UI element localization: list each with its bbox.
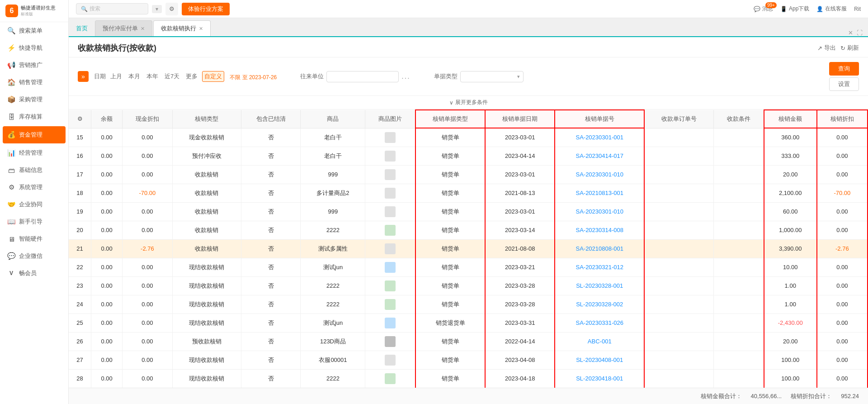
sidebar-item-bizmgr[interactable]: 📊 经营管理 — [0, 144, 68, 162]
row-product: 多计量商品2 — [301, 184, 365, 202]
user-name[interactable]: Rit — [854, 6, 861, 12]
date-more[interactable]: 更多 — [184, 71, 199, 81]
sidebar-item-search[interactable]: 🔍 搜索菜单 — [0, 22, 68, 39]
sidebar-item-hardware[interactable]: 🖥 智能硬件 — [0, 230, 68, 247]
sidebar-item-label: 系统管理 — [19, 183, 42, 191]
row-write-off-doc-no[interactable]: SA-20230321-012 — [555, 258, 644, 276]
row-write-off-doc-no[interactable]: SL-20230328-001 — [555, 276, 644, 295]
filter-expand-button[interactable]: » — [78, 71, 89, 82]
row-balance: 0.00 — [91, 239, 123, 258]
topbar-search-box[interactable]: 🔍 搜索 — [76, 3, 148, 14]
table-row: 20 0.00 0.00 收款核销 否 2222 销货单 2023-03-14 … — [69, 221, 868, 239]
col-settings[interactable]: ⚙ — [69, 110, 91, 128]
row-product: 老白干 — [301, 147, 365, 165]
row-write-off-doc-no[interactable]: SA-20230414-017 — [555, 147, 644, 165]
row-write-off-discount: 0.00 — [817, 258, 868, 276]
col-write-off-type: 核销类型 — [172, 110, 241, 128]
row-write-off-type: 现结收款核销 — [172, 258, 241, 276]
row-balance: 0.00 — [91, 332, 123, 351]
row-cash-discount: 0.00 — [123, 314, 173, 332]
sidebar-item-guide[interactable]: 📖 新手引导 — [0, 213, 68, 230]
export-button[interactable]: ↗ 导出 — [817, 44, 836, 52]
row-cash-discount: 0.00 — [123, 258, 173, 276]
row-include-settled: 否 — [241, 314, 300, 332]
sidebar-item-purchase[interactable]: 📦 采购管理 — [0, 91, 68, 108]
sidebar-item-member[interactable]: V 畅会员 — [0, 265, 68, 282]
row-balance: 0.00 — [91, 184, 123, 202]
row-write-off-doc-no[interactable]: SA-20230301-010 — [555, 165, 644, 184]
query-button[interactable]: 查询 — [829, 62, 859, 76]
sidebar-item-marketing[interactable]: 📢 营销推广 — [0, 57, 68, 74]
row-write-off-doc-type: 销货单 — [415, 165, 485, 184]
row-write-off-doc-no[interactable]: ABC-001 — [555, 332, 644, 351]
row-include-settled: 否 — [241, 165, 300, 184]
row-write-off-amount: 20.00 — [764, 165, 817, 184]
topbar-gear-icon[interactable]: ⚙ — [165, 3, 178, 15]
row-product: 测试jun — [301, 314, 365, 332]
date-this-month[interactable]: 本月 — [127, 71, 142, 81]
row-write-off-doc-no[interactable]: SA-20210813-001 — [555, 184, 644, 202]
row-write-off-doc-type: 销货单 — [415, 128, 485, 147]
row-write-off-doc-no[interactable]: SA-20230301-010 — [555, 202, 644, 221]
row-write-off-type: 收款核销 — [172, 239, 241, 258]
row-product-image — [365, 276, 415, 295]
row-write-off-discount: 0.00 — [817, 332, 868, 351]
tab-collection[interactable]: 收款核销执行 ✕ — [153, 20, 211, 36]
sidebar-item-finance[interactable]: 💰 资金管理 — [3, 126, 66, 143]
row-write-off-doc-date: 2023-04-14 — [485, 147, 555, 165]
row-write-off-doc-no[interactable]: SL-20230418-001 — [555, 369, 644, 388]
row-receipt-order-no — [644, 239, 713, 258]
row-write-off-doc-no[interactable]: SL-20230328-002 — [555, 295, 644, 314]
sidebar-item-label: 销售管理 — [19, 78, 42, 86]
row-write-off-doc-no[interactable]: SA-20230314-008 — [555, 221, 644, 239]
table-row: 18 0.00 -70.00 收款核销 否 多计量商品2 销货单 2021-08… — [69, 184, 868, 202]
date-7days[interactable]: 近7天 — [163, 71, 181, 81]
topbar-dropdown[interactable]: ▾ — [152, 5, 162, 13]
row-id: 16 — [69, 147, 91, 165]
row-write-off-doc-no[interactable]: SL-20230408-001 — [555, 351, 644, 369]
tab-prepaid-close-icon[interactable]: ✕ — [141, 26, 145, 32]
date-this-year[interactable]: 本年 — [145, 71, 160, 81]
wechat-icon: 💬 — [7, 252, 15, 260]
sidebar-item-basic[interactable]: 🗃 基础信息 — [0, 162, 68, 179]
close-window-icon[interactable]: ✕ — [848, 29, 853, 36]
row-cash-discount: 0.00 — [123, 221, 173, 239]
type-select[interactable] — [460, 71, 524, 82]
sidebar-item-quicknav[interactable]: ⚡ 快捷导航 — [0, 39, 68, 57]
row-write-off-doc-no[interactable]: SA-20230331-026 — [555, 314, 644, 332]
row-write-off-doc-no[interactable]: SA-20210808-001 — [555, 239, 644, 258]
logo-badge: 标准版 — [21, 11, 56, 17]
row-write-off-doc-type: 销货单 — [415, 184, 485, 202]
sidebar-item-inventory[interactable]: 🗄 库存核算 — [0, 108, 68, 125]
app-download-button[interactable]: 📱 App下载 — [780, 5, 809, 13]
data-table-container[interactable]: ⚙ 余额 现金折扣 核销类型 包含已结清 商品 商品图片 核销单据类型 核销单据… — [69, 109, 868, 388]
partner-input[interactable] — [326, 71, 399, 82]
date-custom[interactable]: 自定义 — [202, 71, 224, 82]
refresh-button[interactable]: ↻ 刷新 — [840, 44, 859, 52]
sidebar-item-wechat[interactable]: 💬 企业微信 — [0, 247, 68, 265]
date-last-month[interactable]: 上月 — [108, 71, 124, 81]
sidebar-item-enterprise[interactable]: 🤝 企业协同 — [0, 196, 68, 213]
row-write-off-discount: 0.00 — [817, 369, 868, 388]
row-write-off-discount: 0.00 — [817, 351, 868, 369]
maximize-window-icon[interactable]: ⛶ — [857, 29, 863, 36]
tab-prepaid[interactable]: 预付冲应付单 ✕ — [95, 20, 152, 36]
table-row: 15 0.00 0.00 现金收款核销 否 老白干 销货单 2023-03-01… — [69, 128, 868, 147]
tab-home[interactable]: 首页 — [69, 21, 95, 36]
row-include-settled: 否 — [241, 128, 300, 147]
sidebar-item-system[interactable]: ⚙ 系统管理 — [0, 179, 68, 196]
row-write-off-discount: 0.00 — [817, 295, 868, 314]
message-icon: 💬 — [754, 6, 760, 12]
row-cash-discount: 0.00 — [123, 128, 173, 147]
notification-button[interactable]: 💬 消息 99+ — [754, 5, 773, 13]
partner-filter-group: 往来单位 ... — [300, 71, 410, 82]
row-write-off-doc-date: 2023-03-31 — [485, 314, 555, 332]
online-service-button[interactable]: 👤 在线客服 — [816, 5, 847, 13]
industry-solution-button[interactable]: 体验行业方案 — [182, 3, 230, 15]
settings-button[interactable]: 设置 — [829, 77, 859, 91]
row-write-off-doc-no[interactable]: SA-20230301-001 — [555, 128, 644, 147]
sidebar-item-sales[interactable]: 🏠 销售管理 — [0, 74, 68, 91]
tab-collection-close-icon[interactable]: ✕ — [199, 26, 203, 32]
expand-more-button[interactable]: ∨ 展开更多条件 — [449, 99, 488, 106]
row-write-off-type: 现结收款核销 — [172, 276, 241, 295]
